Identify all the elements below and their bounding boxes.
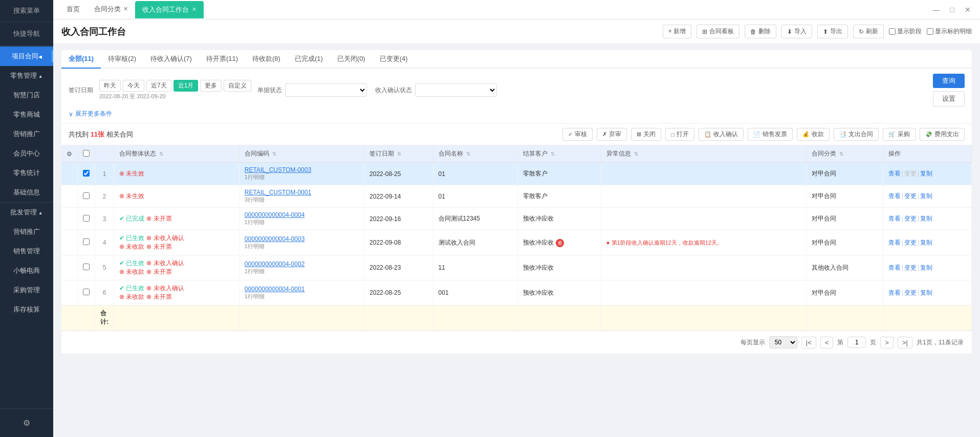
th-category[interactable]: 合同分类 ⇅: [806, 145, 883, 163]
op-复制[interactable]: 复制: [920, 192, 932, 200]
op-变更[interactable]: 变更: [904, 264, 917, 271]
income-confirm-select[interactable]: [415, 83, 497, 97]
action-btn-review[interactable]: ✓ 审核: [562, 128, 593, 141]
import-button[interactable]: ⬇ 导入: [781, 25, 812, 38]
filter-tab-completed[interactable]: 已完成(1): [288, 50, 330, 69]
contract-code-link[interactable]: 0000000000004-0002: [245, 260, 304, 268]
refresh-button[interactable]: ↻ 刷新: [853, 25, 884, 38]
filter-tab-all[interactable]: 全部(11): [61, 50, 101, 69]
filter-tab-pending-payment[interactable]: 待收款(8): [245, 50, 288, 69]
sidebar-item-wholesale-mgmt[interactable]: 批发管理 ▲: [0, 203, 53, 222]
th-sign-date[interactable]: 签订日期 ⇅: [364, 145, 433, 163]
win-close-btn[interactable]: ✕: [962, 5, 974, 15]
sidebar-item-xiaochang[interactable]: 小畅电商: [0, 261, 53, 280]
expand-more-btn[interactable]: ∨ 展开更多条件: [69, 110, 965, 118]
tab-income-workbench-close[interactable]: ✕: [192, 6, 197, 13]
action-btn-open[interactable]: □ 打开: [665, 128, 694, 141]
prev-page-btn[interactable]: <: [820, 337, 834, 348]
contract-board-button[interactable]: ⊞ 合同看板: [696, 25, 739, 38]
sidebar-item-basic-info[interactable]: 基础信息: [0, 183, 53, 202]
row-checkbox[interactable]: [83, 264, 90, 270]
op-复制[interactable]: 复制: [920, 215, 932, 222]
date-btn-yesterday[interactable]: 昨天: [99, 80, 121, 92]
last-page-btn[interactable]: >|: [898, 337, 912, 348]
date-btn-custom[interactable]: 自定义: [224, 80, 251, 92]
tab-income-workbench[interactable]: 收入合同工作台 ✕: [135, 1, 204, 18]
sidebar-item-purchase-mgmt[interactable]: 采购管理: [0, 280, 53, 300]
contract-code-link[interactable]: 0000000000004-0003: [245, 235, 304, 243]
sidebar-quick-nav[interactable]: 快捷导航: [0, 26, 53, 41]
action-btn-income-confirm[interactable]: 📋 收入确认: [699, 128, 744, 141]
th-checkbox[interactable]: [78, 145, 95, 163]
op-变更[interactable]: 变更: [904, 192, 917, 200]
op-复制[interactable]: 复制: [920, 289, 932, 296]
sidebar-item-marketing[interactable]: 营销推广: [0, 124, 53, 144]
action-btn-receive[interactable]: 💰 收款: [797, 128, 830, 141]
contract-code-link[interactable]: RETAIL_CUSTOM-0001: [245, 189, 311, 196]
sidebar-item-project[interactable]: 项目合同◀: [0, 47, 53, 66]
th-code[interactable]: 合同编码 ⇅: [239, 145, 364, 163]
sidebar-item-smart-store[interactable]: 智慧门店: [0, 85, 53, 105]
export-button[interactable]: ⬆ 导出: [817, 25, 848, 38]
op-查看[interactable]: 查看: [888, 264, 901, 271]
sidebar-item-member[interactable]: 会员中心: [0, 144, 53, 163]
sidebar-item-marketing2[interactable]: 营销推广: [0, 222, 53, 242]
th-error[interactable]: 异常信息 ⇅: [601, 145, 806, 163]
sidebar-item-retail-mall[interactable]: 零售商城: [0, 105, 53, 124]
sidebar-search[interactable]: 搜索菜单: [0, 0, 53, 22]
contract-code-link[interactable]: 0000000000004-0004: [245, 211, 304, 218]
op-查看[interactable]: 查看: [888, 170, 901, 177]
action-btn-abandon[interactable]: ✗ 弃审: [597, 128, 627, 141]
show-fields-checkbox[interactable]: [889, 28, 896, 35]
op-变更[interactable]: 变更: [904, 239, 917, 246]
row-checkbox[interactable]: [83, 215, 90, 222]
th-name[interactable]: 合同名称 ⇅: [433, 145, 517, 163]
date-btn-today[interactable]: 今天: [123, 80, 144, 92]
sidebar-settings-icon[interactable]: ⚙: [0, 414, 53, 432]
action-btn-purchase[interactable]: 🛒 采购: [883, 128, 916, 141]
add-button[interactable]: + 新增: [663, 25, 691, 38]
next-page-btn[interactable]: >: [880, 337, 894, 348]
sidebar-item-sales-mgmt[interactable]: 销售管理: [0, 242, 53, 261]
filter-tab-changed[interactable]: 已变更(4): [373, 50, 415, 69]
sidebar-item-retail-mgmt[interactable]: 零售管理 ▲: [0, 66, 53, 85]
tab-contract-cat-close[interactable]: ✕: [123, 6, 128, 12]
contract-code-link[interactable]: RETAIL_CUSTOM-0003: [245, 166, 311, 173]
th-status[interactable]: 合同整体状态 ⇅: [114, 145, 239, 163]
filter-setting-button[interactable]: 设置: [933, 91, 965, 106]
win-minimize-btn[interactable]: —: [930, 5, 943, 15]
row-checkbox[interactable]: [83, 289, 90, 295]
action-btn-sales-invoice[interactable]: 📄 销售发票: [748, 128, 793, 141]
sidebar-item-retail-stats[interactable]: 零售统计: [0, 163, 53, 183]
filter-tab-pending-review[interactable]: 待审核(2): [101, 50, 143, 69]
page-input[interactable]: [847, 337, 866, 348]
sidebar-item-inventory[interactable]: 库存核算: [0, 300, 53, 319]
row-checkbox[interactable]: [83, 170, 90, 177]
date-btn-month1[interactable]: 近1月: [173, 80, 199, 92]
date-btn-week7[interactable]: 近7天: [146, 80, 171, 92]
date-btn-more[interactable]: 更多: [200, 80, 222, 92]
filter-tab-pending-invoice[interactable]: 待开票(11): [199, 50, 245, 69]
tab-contract-cat[interactable]: 合同分类 ✕: [87, 1, 135, 19]
select-all-checkbox[interactable]: [83, 150, 90, 157]
row-checkbox[interactable]: [83, 192, 90, 199]
th-gear[interactable]: ⚙: [61, 145, 78, 163]
op-复制[interactable]: 复制: [920, 170, 932, 177]
op-变更[interactable]: 变更: [904, 215, 917, 222]
first-page-btn[interactable]: |<: [801, 337, 816, 348]
query-button[interactable]: 查询: [933, 74, 965, 88]
contract-code-link[interactable]: 0000000000004-0001: [245, 286, 304, 293]
op-查看[interactable]: 查看: [888, 192, 901, 200]
action-btn-close[interactable]: ⊠ 关闭: [631, 128, 661, 141]
th-customer[interactable]: 结算客户 ⇅: [517, 145, 601, 163]
action-btn-expense[interactable]: 💸 费用支出: [920, 128, 965, 141]
op-变更[interactable]: 变更: [904, 289, 917, 296]
show-details-checkbox[interactable]: [927, 28, 933, 35]
op-复制[interactable]: 复制: [920, 239, 932, 246]
tab-home[interactable]: 首页: [59, 1, 87, 19]
delete-button[interactable]: 🗑 删除: [745, 25, 776, 38]
op-查看[interactable]: 查看: [888, 239, 901, 246]
page-size-select[interactable]: 50 20 100: [769, 336, 797, 348]
op-复制[interactable]: 复制: [920, 264, 932, 271]
filter-tab-closed[interactable]: 已关闭(0): [330, 50, 373, 69]
